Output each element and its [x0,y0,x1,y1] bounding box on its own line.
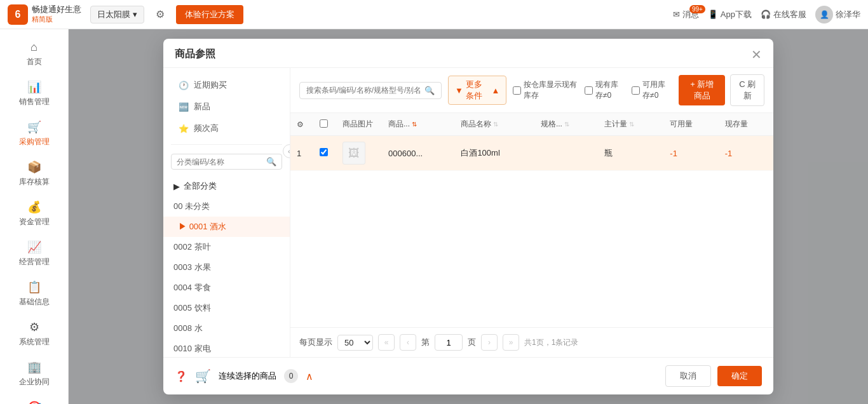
table-row[interactable]: 1 🖼 000600... 白酒100ml [290,136,773,171]
sidebar-item-sales[interactable]: 📊 销售管理 [0,74,68,114]
refresh-btn[interactable]: C 刷新 [730,74,764,106]
select-all-checkbox[interactable] [320,119,328,128]
sidebar-item-label: 库存核算 [19,177,50,187]
sidebar-item-label: 采购管理 [19,137,50,147]
page-last-btn[interactable]: » [503,334,519,351]
th-spec-label: 规格... [541,119,562,130]
sidebar-item-finance[interactable]: 💰 资金管理 [0,194,68,234]
sidebar-item-label: 基础信息 [19,297,50,307]
available-stock-checkbox-label[interactable]: 可用库存≠0 [632,79,672,101]
settings-icon[interactable]: ⚙ [151,5,170,24]
sort-name-icon: ⇅ [493,121,498,128]
product-table-container: ⚙ 商品图片 [290,113,773,327]
online-service-btn[interactable]: 🎧 在线客服 [761,9,806,20]
th-unit[interactable]: 主计量 ⇅ [598,113,663,136]
username: 徐泽华 [836,9,860,20]
sidebar-item-label: 企业协同 [19,377,50,387]
pagination-bar: 每页显示 50 10 20 100 « ‹ 第 页 [290,327,773,357]
row-checkbox[interactable] [320,148,328,156]
row-index: 1 [290,136,313,171]
page-first-btn[interactable]: « [378,334,395,351]
available-stock-checkbox[interactable] [632,86,640,95]
sidebar: ⌂ 首页 📊 销售管理 🛒 采购管理 📦 库存核算 💰 资金管理 📈 经营管理 … [0,29,69,404]
collapse-up-btn[interactable]: ∧ [306,370,313,382]
current-stock-label: 现有库存≠0 [595,79,625,101]
sidebar-item-system[interactable]: ⚙ 系统管理 [0,314,68,354]
user-profile[interactable]: 👤 徐泽华 [815,6,860,24]
messages-btn[interactable]: ✉ 消息 99+ [673,9,699,20]
product-search-input[interactable] [306,86,421,95]
logo-text: 畅捷通好生意 [32,4,81,15]
top-nav: 6 畅捷通好生意 精简版 日太阳膜 ▾ ⚙ 体验行业方案 ✉ 消息 99+ 📱 … [0,0,868,29]
per-page-label: 每页显示 [299,337,332,348]
current-stock-checkbox[interactable] [585,86,593,95]
quick-new-label: 新品 [194,101,210,112]
category-all-label: 全部分类 [184,180,217,192]
category-0004[interactable]: 0004 零食 [163,278,290,298]
quick-frequent[interactable]: ⭐ 频次高 [171,118,282,139]
sidebar-item-stock[interactable]: 📦 库存核算 [0,154,68,194]
category-0001[interactable]: ▶ 0001 酒水 [163,217,290,237]
cart-count-badge: 0 [284,369,298,383]
warehouse-stock-checkbox-label[interactable]: 按仓库显示现有库存 [513,79,578,101]
logo-text-block: 畅捷通好生意 精简版 [32,4,81,24]
cancel-btn[interactable]: 取消 [665,365,711,387]
category-0005[interactable]: 0005 饮料 [163,298,290,318]
page-input[interactable] [435,334,463,351]
quick-new[interactable]: 🆕 新品 [171,96,282,118]
add-product-btn[interactable]: + 新增商品 [679,75,725,105]
page-prev-btn[interactable]: ‹ [400,334,416,351]
current-stock-checkbox-label[interactable]: 现有库存≠0 [585,79,625,101]
th-settings[interactable]: ⚙ [290,113,313,136]
modal-body: 🕐 近期购买 🆕 新品 ⭐ 频次高 [163,68,773,357]
modal-close-btn[interactable]: ✕ [751,48,762,61]
category-all[interactable]: ▶ 全部分类 [163,176,290,196]
confirm-btn[interactable]: 确定 [717,366,762,386]
category-list: ▶ 全部分类 00 未分类 ▶ 0001 酒水 0002 茶叶 0003 水果 … [163,173,290,357]
row-available: -1 [663,136,718,171]
cart-icon[interactable]: 🛒 [195,368,211,384]
category-0010[interactable]: 0010 家电 [163,339,290,357]
store-selector[interactable]: 日太阳膜 ▾ [90,6,144,24]
page-suffix: 页 [468,337,476,348]
sales-icon: 📊 [27,80,41,94]
page-next-btn[interactable]: › [481,334,498,351]
experience-btn[interactable]: 体验行业方案 [176,5,243,24]
collapse-panel-btn[interactable]: « [283,144,290,158]
warehouse-stock-checkbox[interactable] [513,86,521,95]
search-submit-icon[interactable]: 🔍 [424,86,435,95]
sidebar-item-purchase[interactable]: 🛒 采购管理 [0,114,68,154]
category-search-input[interactable] [177,158,262,166]
category-0008[interactable]: 0008 水 [163,318,290,339]
sidebar-item-operation[interactable]: 📈 经营管理 [0,234,68,274]
th-stock: 现存量 [719,113,773,136]
available-stock-label: 可用库存≠0 [642,79,672,101]
product-image: 🖼 [342,142,365,165]
sort-spec-icon: ⇅ [564,121,569,128]
quick-recent[interactable]: 🕐 近期购买 [171,74,282,96]
continuous-label: 连续选择的商品 [219,370,276,382]
store-name: 日太阳膜 [97,9,130,20]
category-0003[interactable]: 0003 水果 [163,257,290,278]
messages-badge: 99+ [689,5,705,13]
guide-icon: 🎯 [27,400,41,404]
sidebar-item-enterprise[interactable]: 🏢 企业协同 [0,354,68,394]
category-0002[interactable]: 0002 茶叶 [163,237,290,257]
th-name[interactable]: 商品名称 ⇅ [454,113,534,136]
modal-overlay: 商品参照 ✕ 🕐 近期购买 🆕 [69,29,868,404]
th-spec[interactable]: 规格... ⇅ [534,113,598,136]
th-code[interactable]: 商品... ⇅ [382,113,454,136]
main-content: 商品参照 ✕ 🕐 近期购买 🆕 [69,29,868,404]
more-filter-btn[interactable]: ▼ 更多条件 ▲ [448,76,506,105]
app-download-btn[interactable]: 📱 App下载 [708,9,752,20]
help-icon[interactable]: ❓ [175,370,187,382]
logo-area: 6 畅捷通好生意 精简版 [8,4,84,25]
category-00[interactable]: 00 未分类 [163,196,290,217]
per-page-select[interactable]: 50 10 20 100 [337,335,373,351]
quick-access-section: 🕐 近期购买 🆕 新品 ⭐ 频次高 [163,74,290,139]
sidebar-item-basic[interactable]: 📋 基础信息 [0,274,68,314]
sidebar-item-guide[interactable]: 🎯 新手引导 [0,394,68,404]
dropdown-icon: ▾ [133,10,137,19]
sidebar-item-home[interactable]: ⌂ 首页 [0,34,68,74]
new-icon: 🆕 [179,102,189,112]
